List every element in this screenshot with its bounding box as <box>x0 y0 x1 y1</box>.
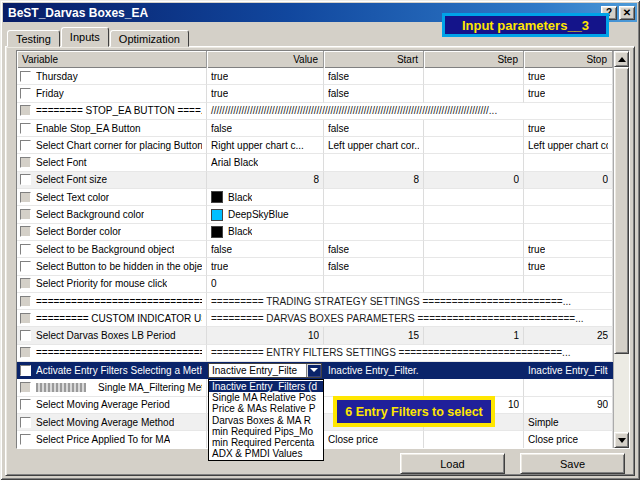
row-checkbox[interactable] <box>20 88 31 99</box>
param-stop-cell[interactable] <box>524 154 613 171</box>
table-row[interactable]: ========= CUSTOM INDICATOR US...========… <box>17 310 613 327</box>
row-checkbox[interactable] <box>20 226 31 237</box>
tab-inputs[interactable]: Inputs <box>61 27 109 47</box>
table-row[interactable]: Select Text colorBlack <box>17 189 613 206</box>
column-header-variable[interactable]: Variable <box>17 51 207 68</box>
param-start-cell[interactable]: 15 <box>324 327 424 344</box>
row-checkbox[interactable] <box>20 313 31 324</box>
param-stop-cell[interactable] <box>524 379 613 396</box>
param-step-cell[interactable] <box>424 189 524 206</box>
param-stop-cell[interactable] <box>524 276 613 293</box>
param-stop-cell[interactable]: Inactive Entry_Filter... <box>524 362 613 379</box>
param-step-cell[interactable] <box>424 206 524 223</box>
dropdown-item[interactable]: ADX & PMDI Values <box>209 448 323 459</box>
row-checkbox[interactable] <box>20 417 31 428</box>
table-row[interactable]: Fridaytruefalsetrue <box>17 85 613 102</box>
param-stop-cell[interactable]: Left upper chart cor... <box>524 137 613 154</box>
scroll-down-button[interactable] <box>614 432 629 448</box>
combobox-dropdown-button[interactable] <box>306 364 321 377</box>
param-stop-cell[interactable]: 0 <box>524 172 613 189</box>
column-header-stop[interactable]: Stop <box>524 51 613 68</box>
tab-optimization[interactable]: Optimization <box>110 30 189 47</box>
table-row[interactable]: Select Priority for mouse click0 <box>17 276 613 293</box>
param-stop-cell[interactable]: Close price <box>524 431 613 448</box>
param-value-cell[interactable]: 10 <box>207 327 324 344</box>
param-value-cell[interactable]: 8 <box>207 172 324 189</box>
param-step-cell[interactable] <box>424 85 524 102</box>
row-checkbox[interactable] <box>20 347 31 358</box>
tab-testing[interactable]: Testing <box>7 30 60 47</box>
param-stop-cell[interactable]: true <box>524 241 613 258</box>
param-start-cell[interactable]: Close price <box>324 431 424 448</box>
vertical-scrollbar[interactable] <box>613 51 629 448</box>
table-row[interactable]: Select Font size8800 <box>17 172 613 189</box>
row-checkbox[interactable] <box>20 192 31 203</box>
table-row[interactable]: Select Background colorDeepSkyBlue <box>17 206 613 223</box>
row-checkbox[interactable] <box>20 71 31 82</box>
param-value-cell[interactable]: Black <box>207 224 324 241</box>
table-row[interactable]: Select Chart corner for placing ButtonRi… <box>17 137 613 154</box>
table-row[interactable]: Select Border colorBlack <box>17 224 613 241</box>
load-button[interactable]: Load <box>400 453 505 474</box>
row-checkbox[interactable] <box>20 157 31 168</box>
param-stop-cell[interactable] <box>524 189 613 206</box>
param-step-cell[interactable] <box>424 154 524 171</box>
param-stop-cell[interactable]: true <box>524 68 613 85</box>
row-checkbox[interactable] <box>20 330 31 341</box>
row-checkbox[interactable] <box>20 399 31 410</box>
row-checkbox[interactable] <box>20 382 31 393</box>
table-row[interactable]: ================================...=====… <box>17 345 613 362</box>
param-step-cell[interactable] <box>424 120 524 137</box>
row-checkbox[interactable] <box>20 140 31 151</box>
param-start-cell[interactable] <box>324 276 424 293</box>
param-start-cell[interactable]: false <box>324 68 424 85</box>
param-step-cell[interactable] <box>424 224 524 241</box>
param-value-cell[interactable]: true <box>207 85 324 102</box>
param-step-cell[interactable]: 1 <box>424 327 524 344</box>
param-start-cell[interactable] <box>324 379 424 396</box>
dropdown-item[interactable]: min Required Pips_Mo <box>209 426 323 437</box>
param-step-cell[interactable] <box>424 362 524 379</box>
param-start-cell[interactable] <box>324 154 424 171</box>
param-value-cell[interactable]: 0 <box>207 276 324 293</box>
table-row[interactable]: Select Button to be hidden in the objec.… <box>17 258 613 275</box>
scrollbar-thumb[interactable] <box>614 67 629 354</box>
param-value-cell[interactable]: Inactive Entry_Filte <box>207 362 324 379</box>
table-row[interactable]: Select FontArial Black <box>17 154 613 171</box>
param-start-cell[interactable]: false <box>324 120 424 137</box>
row-checkbox[interactable] <box>20 105 31 116</box>
row-checkbox[interactable] <box>20 209 31 220</box>
param-stop-cell[interactable]: 90 <box>524 397 613 414</box>
scrollbar-track[interactable] <box>614 354 629 432</box>
param-start-cell[interactable]: 8 <box>324 172 424 189</box>
param-start-cell[interactable]: false <box>324 241 424 258</box>
param-stop-cell[interactable]: 25 <box>524 327 613 344</box>
row-checkbox[interactable] <box>20 244 31 255</box>
param-value-cell[interactable]: DeepSkyBlue <box>207 206 324 223</box>
table-row[interactable]: Enable Stop_EA Buttonfalsefalsetrue <box>17 120 613 137</box>
dropdown-item[interactable]: Darvas Boxes & MA R <box>209 415 323 426</box>
row-checkbox[interactable] <box>20 365 31 376</box>
param-step-cell[interactable]: 0 <box>424 172 524 189</box>
table-row[interactable]: Select Darvas Boxes LB Period1015125 <box>17 327 613 344</box>
param-value-cell[interactable]: false <box>207 120 324 137</box>
row-checkbox[interactable] <box>20 278 31 289</box>
dropdown-item[interactable]: Single MA Relative Pos <box>209 392 323 403</box>
param-value-cell[interactable]: true <box>207 68 324 85</box>
param-step-cell[interactable] <box>424 379 524 396</box>
param-start-cell[interactable] <box>324 206 424 223</box>
param-stop-cell[interactable] <box>524 224 613 241</box>
column-header-step[interactable]: Step <box>424 51 524 68</box>
scroll-up-button[interactable] <box>614 51 629 67</box>
param-stop-cell[interactable]: Simple <box>524 414 613 431</box>
table-row[interactable]: ======== STOP_EA BUTTON ====.../////////… <box>17 103 613 120</box>
param-start-cell[interactable] <box>324 189 424 206</box>
row-checkbox[interactable] <box>20 174 31 185</box>
close-button[interactable]: ✕ <box>619 6 635 20</box>
row-checkbox[interactable] <box>20 261 31 272</box>
param-start-cell[interactable]: false <box>324 85 424 102</box>
param-value-cell[interactable]: Black <box>207 189 324 206</box>
param-stop-cell[interactable] <box>524 206 613 223</box>
param-step-cell[interactable] <box>424 258 524 275</box>
param-value-cell[interactable]: Arial Black <box>207 154 324 171</box>
